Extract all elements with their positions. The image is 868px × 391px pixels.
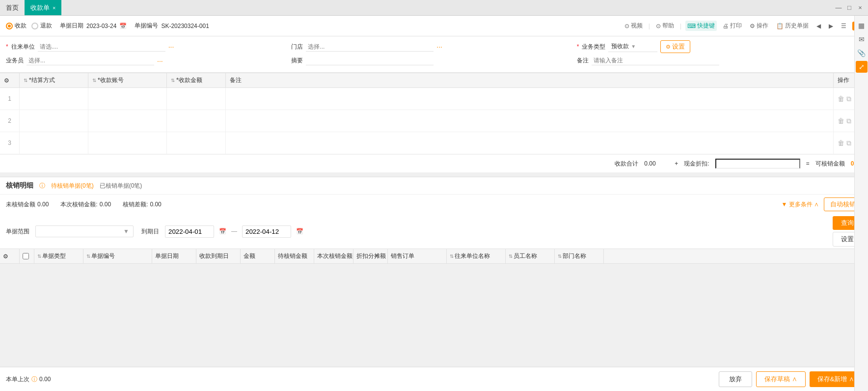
plus-sign: + <box>675 160 678 167</box>
counterpart-field: * 往来单位 ··· <box>6 42 291 52</box>
shortcut-btn[interactable]: ⌨ 快捷键 <box>685 21 717 31</box>
calendar-to-icon[interactable]: 📅 <box>296 228 303 235</box>
maximize-button[interactable]: □ <box>845 4 853 12</box>
sidebar-expand-icon[interactable]: ⤢ <box>856 61 868 73</box>
summary-input[interactable] <box>306 56 434 65</box>
td-amount-3[interactable] <box>167 132 226 154</box>
number-label: 单据编号 <box>135 22 158 30</box>
discard-label: 放弃 <box>729 375 742 383</box>
store-field: 门店 ··· <box>291 42 576 52</box>
delete-row-3-icon[interactable]: 🗑 <box>838 139 844 147</box>
nav-right-btn[interactable]: ▶ <box>827 22 835 30</box>
row-actions-1: 🗑 ⧉ <box>838 95 851 103</box>
footer-info-icon[interactable]: ⓘ <box>31 375 37 384</box>
diff-label: 核销差额: <box>123 200 148 209</box>
number-value[interactable]: SK-20230324-001 <box>161 23 209 29</box>
unverified-stat: 未核销金额 0.00 <box>6 200 49 209</box>
help-btn[interactable]: ⊙ 帮助 <box>654 21 676 31</box>
more-conditions-btn[interactable]: ▼ 更多条件 ∧ <box>781 200 819 209</box>
bth-amount-label: 金额 <box>244 252 255 260</box>
copy-row-1-icon[interactable]: ⧉ <box>846 95 851 103</box>
discard-button[interactable]: 放弃 <box>719 371 752 387</box>
tab-receipt[interactable]: 收款单 × <box>25 0 61 15</box>
table-header: ⚙ ⇅ *结算方式 ⇅ *收款账号 ⇅ *收款金额 备注 操作 <box>0 73 868 88</box>
footer-info: 本单上次 ⓘ 0.00 <box>6 375 51 384</box>
right-sidebar: ▦ ✉ 📎 ⤢ <box>854 16 868 391</box>
sidebar-mail-icon[interactable]: ✉ <box>856 33 868 45</box>
sep1: | <box>649 23 650 29</box>
tab-home[interactable]: 首页 <box>0 0 25 15</box>
calendar-icon[interactable]: 📅 <box>119 23 127 29</box>
date-label: 单据日期 <box>60 22 83 30</box>
operation-btn[interactable]: ⚙ 操作 <box>748 21 770 31</box>
close-button[interactable]: × <box>856 4 864 12</box>
radio-receipt[interactable]: 收款 <box>6 22 27 30</box>
salesperson-more-btn[interactable]: ··· <box>157 57 163 65</box>
counterpart-input[interactable] <box>38 42 165 52</box>
td-account-3[interactable] <box>88 132 167 154</box>
operation-icon: ⚙ <box>750 23 755 29</box>
delete-row-1-icon[interactable]: 🗑 <box>838 95 844 103</box>
auto-cancel-label: 自动核销 <box>830 200 856 208</box>
td-amount-1[interactable] <box>167 88 226 110</box>
sidebar-attachment-icon[interactable]: 📎 <box>856 47 868 59</box>
th-account-label: *收款账号 <box>98 76 124 84</box>
bth-employee: ⇅ 员工名称 <box>506 249 555 263</box>
td-account-2[interactable] <box>88 110 167 132</box>
td-payment-3[interactable] <box>20 132 88 154</box>
date-from-input[interactable] <box>165 225 214 238</box>
date-field-group: 单据日期 2023-03-24 📅 <box>60 22 127 30</box>
note-input[interactable] <box>592 56 719 65</box>
range-dropdown[interactable]: ▼ <box>35 225 134 237</box>
select-all-checkbox[interactable] <box>23 253 29 259</box>
td-note-3[interactable] <box>226 132 834 154</box>
store-input[interactable] <box>306 42 434 52</box>
calendar-from-icon[interactable]: 📅 <box>219 228 226 235</box>
copy-row-3-icon[interactable]: ⧉ <box>846 139 851 147</box>
history-btn[interactable]: 📋 历史单据 <box>774 21 811 31</box>
delete-row-2-icon[interactable]: 🗑 <box>838 117 844 125</box>
save-draft-button[interactable]: 保存草稿 ∧ <box>756 371 806 387</box>
store-more-btn[interactable]: ··· <box>436 43 442 51</box>
row-actions-3: 🗑 ⧉ <box>838 139 851 147</box>
nav-left-btn[interactable]: ◀ <box>814 22 823 30</box>
radio-refund[interactable]: 退款 <box>31 22 52 30</box>
td-payment-2[interactable] <box>20 110 88 132</box>
bth-settings[interactable]: ⚙ <box>0 249 20 263</box>
salesperson-label: 业务员 <box>6 56 24 65</box>
date-value[interactable]: 2023-03-24 <box>86 23 116 29</box>
td-note-1[interactable] <box>226 88 834 110</box>
settings-button[interactable]: ⚙ 设置 <box>660 40 690 53</box>
business-type-dropdown[interactable]: 预收款 ▼ <box>608 41 657 52</box>
pending-tab[interactable]: 待核销单据(0笔) <box>51 182 94 190</box>
bth-discount-label: 折扣分摊额 <box>356 252 386 260</box>
toolbar: 收款 退款 单据日期 2023-03-24 📅 单据编号 SK-20230324… <box>0 16 868 36</box>
copy-row-2-icon[interactable]: ⧉ <box>846 117 851 125</box>
print-btn[interactable]: 🖨 打印 <box>721 21 744 31</box>
td-amount-2[interactable] <box>167 110 226 132</box>
td-account-1[interactable] <box>88 88 167 110</box>
bth-sales-order: 销售订单 <box>388 249 447 263</box>
td-note-2[interactable] <box>226 110 834 132</box>
bth-checkbox[interactable] <box>20 249 34 263</box>
print-label: 打印 <box>730 22 742 30</box>
info-icon[interactable]: ⓘ <box>39 182 45 190</box>
sidebar-table-icon[interactable]: ▦ <box>856 20 868 31</box>
radio-refund-label: 退款 <box>40 22 52 30</box>
print-icon: 🖨 <box>723 23 729 29</box>
video-btn[interactable]: ⊙ 视频 <box>623 21 645 31</box>
bth-sales-order-label: 销售订单 <box>391 252 414 260</box>
discount-input[interactable] <box>715 159 800 168</box>
bth-pending-label: 待核销金额 <box>278 252 307 260</box>
salesperson-input[interactable] <box>27 56 154 65</box>
counterpart-more-btn[interactable]: ··· <box>168 43 174 51</box>
view-list-btn[interactable]: ☰ <box>839 22 848 30</box>
shortcut-label: 快捷键 <box>697 22 715 30</box>
date-to-input[interactable] <box>242 225 291 238</box>
th-actions-label: 操作 <box>838 76 849 84</box>
completed-tab[interactable]: 已核销单据(0笔) <box>100 182 142 190</box>
th-settings[interactable]: ⚙ <box>0 73 20 87</box>
tab-receipt-close[interactable]: × <box>53 5 55 11</box>
td-payment-1[interactable] <box>20 88 88 110</box>
minimize-button[interactable]: — <box>835 4 842 12</box>
